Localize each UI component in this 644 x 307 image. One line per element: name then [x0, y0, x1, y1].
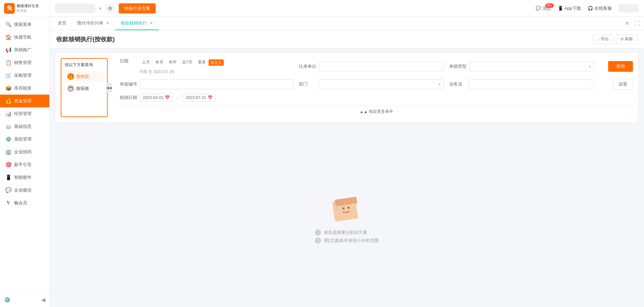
purchase-icon: 🛒: [5, 72, 11, 79]
sidebar-collapse-btn[interactable]: ◀: [41, 297, 45, 303]
sidebar-item-wechat-biz[interactable]: 💬 企业微信: [0, 184, 49, 197]
sidebar: 兔 畅捷通好生意 标准版 🔍 搜索菜单 🏠 快捷导航 📢 营销推广 📋 销售管理…: [0, 0, 50, 307]
app-name: 畅捷通好生意: [17, 3, 39, 8]
empty-state: 1 请先选择要分析的方案 2 用[过滤]条件来缩小分析范围: [50, 123, 644, 307]
filter-panel: 按以下方案查询 💰 按收款 ⏰ 按应收 ◀◀ 日期: [55, 52, 639, 123]
sidebar-item-purchase[interactable]: 🛒 采购管理: [0, 69, 49, 82]
settings-gear-icon[interactable]: ⚙️: [4, 297, 11, 303]
header-gear-btn[interactable]: ⚙: [105, 4, 115, 13]
filter-row-1: 日期 上月 本月 本年 近7天 更多 自定义 不限 至 20: [120, 58, 633, 75]
app-download-btn[interactable]: 📱 App下载: [558, 5, 581, 11]
filter-collapse-btn[interactable]: ◀◀: [106, 83, 112, 92]
sidebar-item-sales[interactable]: 📋 销售管理: [0, 56, 49, 69]
enterprise-icon: 🏢: [5, 149, 11, 155]
more-option[interactable]: 更多: [195, 58, 209, 67]
sidebar-item-inventory[interactable]: 📦 库存核算: [0, 82, 49, 95]
tab-prepay[interactable]: 预付冲应付单 ✕: [72, 17, 115, 30]
guide-icon: 🎯: [5, 162, 11, 168]
svg-point-2: [342, 207, 344, 209]
logo-icon: 兔: [4, 3, 15, 14]
refresh-btn[interactable]: ↺ 刷新: [616, 34, 637, 44]
writeoff-date-label: 核销日期: [120, 95, 137, 101]
user-avatar[interactable]: [619, 4, 639, 12]
sidebar-item-marketing[interactable]: 📢 营销推广: [0, 44, 49, 56]
query-btn[interactable]: 查询: [608, 61, 633, 72]
sidebar-item-guide[interactable]: 🎯 新手引导: [0, 158, 49, 171]
calendar-end-icon: 📅: [208, 95, 213, 100]
tab-home-label: 首页: [58, 20, 66, 26]
filter-option-receivable[interactable]: ⏰ 按应收: [65, 83, 104, 94]
date-quick-options: 上月 本月 本年 近7天 更多 自定义: [139, 58, 224, 67]
page-title-bar: 收款核销执行(按收款) ↑ 导出 ↺ 刷新: [50, 30, 644, 48]
department-field: 部门 ▾: [299, 79, 444, 89]
filter-form: 日期 上月 本月 本年 近7天 更多 自定义 不限 至 20: [114, 58, 633, 117]
home-icon: 🏠: [5, 34, 11, 40]
tab-collection[interactable]: 收款核销执行 ✕: [115, 17, 159, 30]
page-actions: ↑ 导出 ↺ 刷新: [593, 34, 637, 44]
tab-collection-label: 收款核销执行: [121, 20, 147, 26]
counterparty-input[interactable]: ···: [319, 61, 444, 71]
tab-close-all-btn[interactable]: ✕: [624, 19, 631, 28]
last-month-option[interactable]: 上月: [139, 58, 153, 67]
writeoff-date-start[interactable]: 2023-03-01 📅: [140, 94, 173, 102]
doc-type-label: 单据类型: [449, 63, 467, 69]
doc-number-label: 单据编号: [120, 81, 137, 87]
svg-point-3: [347, 207, 350, 209]
page-title: 收款核销执行(按收款): [56, 35, 115, 43]
service-icon: 🎧: [588, 6, 593, 11]
custom-date-badge[interactable]: 自定义: [209, 59, 224, 66]
sidebar-item-label: 销售管理: [14, 60, 32, 66]
sidebar-item-label: 企业微信: [14, 187, 32, 193]
filter-sidebar: 按以下方案查询 💰 按收款 ⏰ 按应收 ◀◀: [61, 58, 108, 117]
main-area: ▾ ⚙ 体验行业方案 💬 消息 99+ 📱 App下载 🎧 在线客服 首页: [50, 0, 644, 307]
sidebar-item-enterprise[interactable]: 🏢 企业协同: [0, 146, 49, 158]
smart-hw-icon: 📱: [5, 174, 11, 181]
sidebar-item-label: 畅会员: [14, 200, 27, 206]
message-btn[interactable]: 💬 消息 99+: [536, 5, 551, 11]
tab-prepay-close[interactable]: ✕: [105, 21, 110, 25]
export-btn[interactable]: ↑ 导出: [593, 34, 613, 44]
app-version: 标准版: [17, 8, 39, 13]
writeoff-date-end[interactable]: 2023-07-21 📅: [182, 94, 215, 102]
doc-number-input[interactable]: [140, 79, 293, 89]
mobile-icon: 📱: [558, 6, 563, 11]
sidebar-item-label: 搜索菜单: [14, 21, 32, 28]
sidebar-item-label: 资金管理: [14, 98, 32, 104]
sidebar-item-quick-nav[interactable]: 🏠 快捷导航: [0, 31, 49, 44]
doc-type-select[interactable]: ▾: [469, 61, 594, 71]
salesperson-dots-icon: ···: [586, 82, 591, 87]
sidebar-item-label: 快捷导航: [14, 34, 32, 40]
filter-option-receipt[interactable]: 💰 按收款: [65, 71, 104, 82]
tab-home[interactable]: 首页: [52, 17, 72, 30]
sidebar-item-basics[interactable]: 🗂 基础信息: [0, 120, 49, 133]
collapse-more-btn[interactable]: ▲▲ 收起更多条件: [120, 106, 633, 117]
salesperson-input[interactable]: ···: [469, 79, 594, 89]
wechat-biz-icon: 💬: [5, 187, 11, 193]
refresh-label: 刷新: [625, 36, 633, 42]
this-year-option[interactable]: 本年: [166, 58, 179, 67]
tab-expand-btn[interactable]: ⛶: [633, 19, 641, 28]
last-7days-option[interactable]: 近7天: [179, 58, 195, 67]
tab-collection-close[interactable]: ✕: [149, 21, 154, 25]
online-service-btn[interactable]: 🎧 在线客服: [588, 5, 612, 11]
empty-steps: 1 请先选择要分析的方案 2 用[过滤]条件来缩小分析范围: [315, 229, 378, 244]
sidebar-item-label: 基础信息: [14, 123, 32, 130]
sidebar-item-smart-hw[interactable]: 📱 智能硬件: [0, 171, 49, 184]
sidebar-item-label: 企业协同: [14, 149, 32, 155]
collapse-more-label: 收起更多条件: [369, 109, 393, 114]
vip-icon: V: [5, 200, 11, 206]
sidebar-item-business[interactable]: 📊 经营管理: [0, 107, 49, 120]
sidebar-item-vip[interactable]: V 畅会员: [0, 197, 49, 209]
step1-num: 1: [315, 229, 321, 236]
writeoff-start-value: 2023-03-01: [143, 95, 163, 100]
sidebar-item-search[interactable]: 🔍 搜索菜单: [0, 18, 49, 31]
header-chevron-icon[interactable]: ▾: [99, 6, 101, 11]
top-header: ▾ ⚙ 体验行业方案 💬 消息 99+ 📱 App下载 🎧 在线客服: [50, 0, 644, 17]
sidebar-item-system[interactable]: ⚙️ 系统管理: [0, 133, 49, 146]
setting-btn[interactable]: 设置: [613, 79, 633, 90]
industry-solution-btn[interactable]: 体验行业方案: [119, 3, 156, 13]
department-select[interactable]: ▾: [318, 79, 444, 89]
this-month-option[interactable]: 本月: [153, 58, 166, 67]
step2-text: 用[过滤]条件来缩小分析范围: [324, 238, 378, 244]
sidebar-item-finance[interactable]: 💰 资金管理: [0, 95, 49, 107]
